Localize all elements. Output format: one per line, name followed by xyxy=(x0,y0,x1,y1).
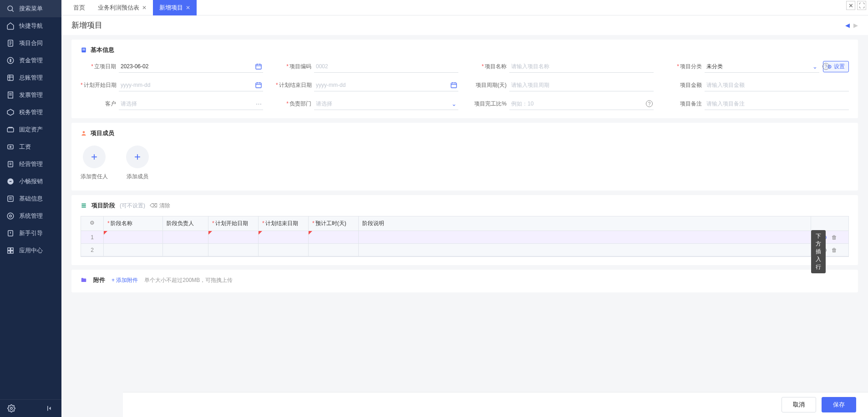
sidebar-item-10[interactable]: 小畅报销 xyxy=(0,173,61,190)
gear-icon[interactable]: ⚙ xyxy=(81,216,104,231)
table-row[interactable]: 2 ⊕ 🗑 xyxy=(81,244,848,256)
expand-window-icon[interactable]: ⛶ xyxy=(857,1,866,10)
calendar-icon[interactable] xyxy=(255,81,262,89)
close-window-icon[interactable]: ✕ xyxy=(846,1,855,10)
plus-icon: + xyxy=(126,146,149,168)
doc-icon xyxy=(6,39,15,47)
close-icon[interactable]: ✕ xyxy=(186,5,190,11)
prev-page-icon[interactable]: ◀ xyxy=(845,22,850,29)
phase-table: ⚙ *阶段名称 阶段负责人 *计划开始日期 *计划结束日期 *预计工时(天) 阶… xyxy=(81,216,849,257)
svg-rect-24 xyxy=(256,83,261,88)
amount-input[interactable] xyxy=(705,79,849,91)
svg-point-12 xyxy=(7,213,14,219)
svg-point-11 xyxy=(10,215,12,217)
biz-icon xyxy=(6,160,15,168)
table-row[interactable]: 1 ⊕ 🗑 下方插入行 xyxy=(81,231,848,244)
tab-1[interactable]: 业务利润预估表✕ xyxy=(91,0,153,15)
members-section: 项目成员 + 添加责任人 + 添加成员 xyxy=(71,123,858,191)
sidebar-item-0[interactable]: 搜索菜单 xyxy=(0,0,61,17)
chevron-down-icon[interactable]: ⌄ xyxy=(450,100,457,107)
invoice-icon xyxy=(6,91,15,99)
start-date-input[interactable] xyxy=(119,79,263,91)
section-heading: 附件 xyxy=(93,276,105,284)
sidebar-item-2[interactable]: 项目合同 xyxy=(0,35,61,52)
calendar-icon[interactable] xyxy=(255,63,262,70)
search-icon xyxy=(6,5,15,13)
code-input[interactable] xyxy=(314,60,458,72)
add-owner-button[interactable]: + 添加责任人 xyxy=(81,146,108,181)
info-icon xyxy=(6,195,15,203)
help-icon[interactable]: ? xyxy=(646,100,653,107)
svg-rect-17 xyxy=(11,251,13,253)
sidebar-item-5[interactable]: 发票管理 xyxy=(0,86,61,104)
money-icon xyxy=(6,56,15,65)
more-icon[interactable]: ⋯ xyxy=(255,100,262,107)
svg-rect-6 xyxy=(8,145,13,149)
asset-icon xyxy=(6,126,15,134)
expense-icon xyxy=(6,177,15,186)
sidebar-item-7[interactable]: 固定资产 xyxy=(0,121,61,138)
svg-rect-19 xyxy=(47,406,48,411)
sidebar-item-8[interactable]: 工资 xyxy=(0,138,61,156)
svg-point-7 xyxy=(10,146,11,148)
next-page-icon[interactable]: ▶ xyxy=(853,22,858,29)
tab-0[interactable]: 首页 xyxy=(67,0,91,15)
percent-input[interactable] xyxy=(509,98,654,110)
stack-icon xyxy=(81,202,87,209)
phase-section: 项目阶段 (可不设置) ⌫清除 ⚙ *阶段名称 阶段负责人 *计划开始日期 *计… xyxy=(71,195,858,265)
delete-row-icon[interactable]: 🗑 xyxy=(832,234,837,241)
tax-icon xyxy=(6,108,15,116)
svg-rect-21 xyxy=(82,49,85,49)
save-button[interactable]: 保存 xyxy=(822,397,856,412)
tab-2[interactable]: 新增项目✕ xyxy=(153,0,197,15)
sidebar-item-6[interactable]: 税务管理 xyxy=(0,104,61,121)
sidebar-item-13[interactable]: 新手引导 xyxy=(0,225,61,242)
apps-icon xyxy=(6,246,15,255)
guide-icon xyxy=(6,229,15,237)
svg-rect-28 xyxy=(81,205,86,206)
sidebar-item-12[interactable]: 系统管理 xyxy=(0,207,61,225)
system-icon xyxy=(6,212,15,220)
svg-rect-29 xyxy=(81,206,86,207)
add-attachment-button[interactable]: + 添加附件 xyxy=(112,276,138,284)
svg-point-26 xyxy=(83,131,85,133)
svg-rect-22 xyxy=(82,50,85,50)
cancel-button[interactable]: 取消 xyxy=(782,397,816,412)
salary-icon xyxy=(6,143,15,151)
name-input[interactable] xyxy=(509,60,654,72)
sidebar-item-3[interactable]: 资金管理 xyxy=(0,52,61,69)
sidebar-item-14[interactable]: 应用中心 xyxy=(0,242,61,259)
form-icon xyxy=(81,47,87,53)
svg-rect-23 xyxy=(256,64,261,69)
help-icon[interactable]: ? xyxy=(822,63,829,70)
chevron-down-icon[interactable]: ⌄ xyxy=(811,63,818,70)
ledger-icon xyxy=(6,74,15,82)
delete-row-icon[interactable]: 🗑 xyxy=(832,247,837,253)
date-input[interactable] xyxy=(119,60,263,72)
basic-info-section: 基本信息 *立项日期 *项目编码 *项目名称 *项目分类⌄?⚙设置 *计划开始日… xyxy=(71,40,858,118)
calendar-icon[interactable] xyxy=(450,81,457,89)
user-icon xyxy=(81,130,87,136)
collapse-icon[interactable] xyxy=(46,404,54,412)
gear-icon[interactable] xyxy=(7,404,15,412)
sidebar-item-1[interactable]: 快捷导航 xyxy=(0,17,61,35)
end-date-input[interactable] xyxy=(314,79,458,91)
remark-input[interactable] xyxy=(705,98,849,110)
clear-button[interactable]: ⌫清除 xyxy=(150,202,170,210)
sidebar-item-9[interactable]: 经营管理 xyxy=(0,156,61,173)
page-title: 新增项目 xyxy=(71,20,102,30)
section-heading: 项目成员 xyxy=(91,129,114,137)
tooltip: 下方插入行 xyxy=(811,230,826,273)
sidebar-item-4[interactable]: 总账管理 xyxy=(0,69,61,86)
close-icon[interactable]: ✕ xyxy=(142,5,147,11)
svg-rect-25 xyxy=(451,83,457,88)
dept-select[interactable] xyxy=(314,98,458,110)
tab-bar: 首页业务利润预估表✕新增项目✕ xyxy=(61,0,868,15)
customer-select[interactable] xyxy=(119,98,263,110)
cycle-input[interactable] xyxy=(509,79,654,91)
svg-rect-14 xyxy=(8,248,10,250)
svg-rect-3 xyxy=(8,75,13,80)
category-select[interactable] xyxy=(705,60,819,72)
add-member-button[interactable]: + 添加成员 xyxy=(126,146,149,181)
sidebar-item-11[interactable]: 基础信息 xyxy=(0,190,61,207)
